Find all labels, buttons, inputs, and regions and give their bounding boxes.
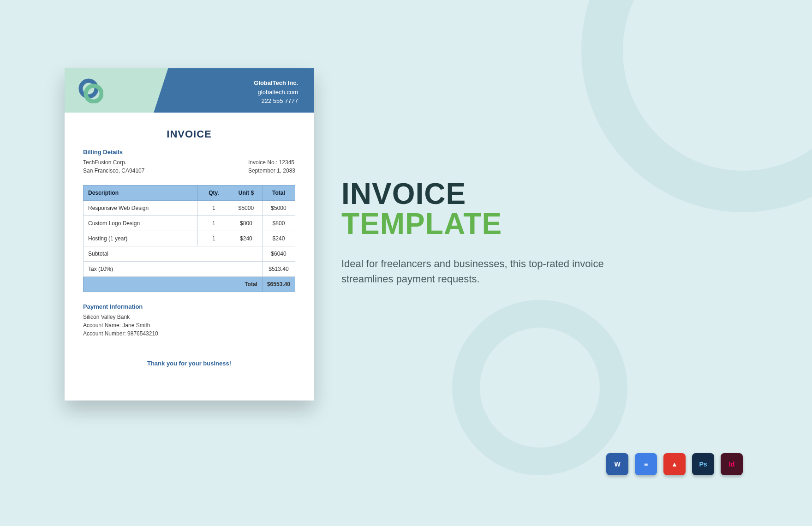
title-line-1: INVOICE (341, 179, 618, 209)
col-description: Description (84, 185, 198, 201)
gdocs-icon[interactable]: ≡ (635, 453, 657, 475)
table-row: Hosting (1 year) 1 $240 $240 (84, 231, 295, 246)
invoice-number: Invoice No.: 12345 (248, 158, 295, 167)
payment-info: Silicon Valley Bank Account Name: Jane S… (83, 313, 295, 338)
bill-to-company: TechFusion Corp. (83, 158, 144, 167)
table-row: Custom Logo Design 1 $800 $800 (84, 216, 295, 231)
indesign-icon[interactable]: Id (721, 453, 743, 475)
company-website: globaltech.com (254, 88, 298, 97)
col-unit: Unit $ (230, 185, 262, 201)
account-name: Account Name: Jane Smith (83, 321, 295, 329)
decorative-ring (452, 300, 627, 475)
invoice-date: September 1, 2083 (248, 167, 295, 175)
pdf-icon[interactable]: ▲ (663, 453, 686, 475)
col-qty: Qty. (197, 185, 230, 201)
table-row: Responsive Web Design 1 $5000 $5000 (84, 201, 295, 216)
line-items-table: Description Qty. Unit $ Total Responsive… (83, 185, 295, 292)
col-total: Total (262, 185, 295, 201)
account-number: Account Number: 9876543210 (83, 329, 295, 338)
payment-info-label: Payment Information (83, 303, 295, 310)
thank-you: Thank you for your business! (83, 360, 295, 367)
invoice-page: GlobalTech Inc. globaltech.com 222 555 7… (65, 68, 314, 400)
billing-details: TechFusion Corp. San Francisco, CA94107 … (83, 158, 295, 175)
tax-row: Tax (10%) $513.40 (84, 262, 295, 277)
promo-headline: INVOICE TEMPLATE Ideal for freelancers a… (341, 179, 618, 287)
total-row: Total $6553.40 (84, 277, 295, 292)
word-icon[interactable]: W (606, 453, 628, 475)
bank-name: Silicon Valley Bank (83, 313, 295, 321)
company-phone: 222 555 7777 (254, 96, 298, 106)
company-logo-icon (78, 78, 103, 105)
promo-subtitle: Ideal for freelancers and businesses, th… (341, 256, 618, 287)
format-icons: W ≡ ▲ Ps Id (606, 453, 743, 475)
company-name: GlobalTech Inc. (254, 78, 298, 88)
photoshop-icon[interactable]: Ps (692, 453, 714, 475)
invoice-title: INVOICE (83, 128, 295, 140)
title-line-2: TEMPLATE (341, 209, 618, 239)
invoice-header: GlobalTech Inc. globaltech.com 222 555 7… (65, 68, 314, 113)
billing-details-label: Billing Details (83, 149, 295, 155)
bill-to-address: San Francisco, CA94107 (83, 167, 144, 175)
subtotal-row: Subtotal $6040 (84, 246, 295, 262)
company-block: GlobalTech Inc. globaltech.com 222 555 7… (254, 78, 298, 106)
